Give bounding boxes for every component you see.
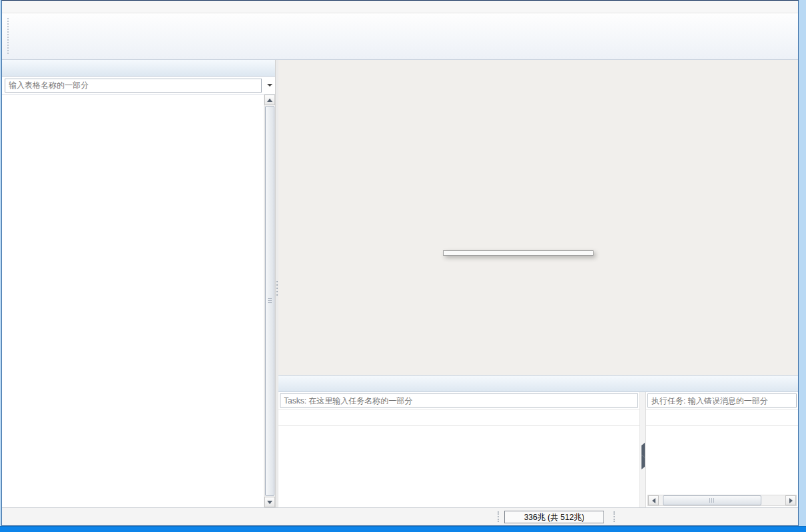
app-window: 336兆 (共 512兆) xyxy=(0,0,806,532)
editor-column xyxy=(278,60,798,507)
window-border-bottom xyxy=(0,526,806,532)
tasks-filter-input[interactable] xyxy=(280,394,638,407)
task-runs-section xyxy=(646,392,798,507)
task-runs-filter-row xyxy=(646,392,798,409)
status-grip xyxy=(498,511,500,522)
tasks-table-rows xyxy=(278,426,639,507)
navigator-filter-row xyxy=(2,77,275,95)
task-context-menu xyxy=(443,250,594,256)
tasks-table-section xyxy=(278,392,639,507)
tasks-panel-header xyxy=(278,376,798,392)
toolbar-grip[interactable] xyxy=(7,18,11,54)
scroll-right-icon[interactable] xyxy=(785,495,796,505)
tasks-panel-body xyxy=(278,392,798,507)
tree-scrollbar[interactable] xyxy=(264,95,275,507)
scroll-left-icon[interactable] xyxy=(648,495,659,505)
tasks-panel xyxy=(278,376,798,507)
navigator-filter-input[interactable] xyxy=(5,79,262,93)
collapse-right-icon[interactable] xyxy=(641,455,645,469)
heap-status: 336兆 (共 512兆) xyxy=(498,511,615,523)
navigator-header xyxy=(2,60,275,77)
scroll-up-icon[interactable] xyxy=(264,95,275,105)
task-runs-table-header xyxy=(646,409,798,426)
tasks-filter-row xyxy=(278,392,639,409)
workbench xyxy=(2,60,798,507)
scroll-down-icon[interactable] xyxy=(264,497,275,507)
status-grip xyxy=(613,511,615,522)
tasks-table-header xyxy=(278,409,639,426)
horizontal-scrollbar[interactable] xyxy=(647,495,797,506)
heap-usage-text: 336兆 (共 512兆) xyxy=(505,511,604,523)
hscrollbar-thumb[interactable] xyxy=(663,495,761,505)
filter-dropdown-caret[interactable] xyxy=(267,84,272,87)
main-window: 336兆 (共 512兆) xyxy=(1,0,799,526)
task-runs-filter-input[interactable] xyxy=(647,394,797,407)
navigator-tree xyxy=(2,95,275,507)
statusbar: 336兆 (共 512兆) xyxy=(2,507,798,525)
heap-indicator[interactable]: 336兆 (共 512兆) xyxy=(504,511,604,523)
database-navigator-panel xyxy=(2,60,275,507)
main-toolbar xyxy=(2,13,798,60)
editor-area xyxy=(278,60,798,376)
tasks-split-sash[interactable] xyxy=(639,392,646,507)
menubar xyxy=(2,1,798,13)
scrollbar-thumb[interactable] xyxy=(265,106,274,496)
